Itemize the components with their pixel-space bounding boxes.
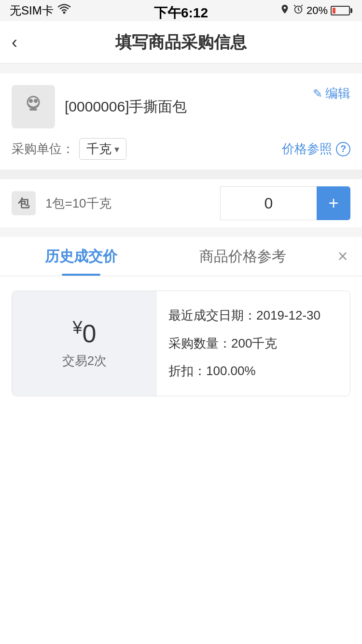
history-price-summary: ¥0 交易2次 xyxy=(12,291,157,396)
tab-section: 历史成交价 商品价格参考 × ¥0 交易2次 最近成交日期：2019-12-30… xyxy=(0,237,362,411)
status-time: 下午6:12 xyxy=(154,4,208,22)
price-ref-button[interactable]: 价格参照 ? xyxy=(282,140,350,157)
tab-history-price[interactable]: 历史成交价 xyxy=(0,237,162,276)
purchase-qty-row: 采购数量：200千克 xyxy=(168,334,338,354)
unit-value: 千克 xyxy=(86,140,111,157)
product-section: [0000006]手撕面包 ✎ 编辑 采购单位： 千克 ▾ 价格参照 ? xyxy=(0,73,362,169)
tab-close-button[interactable]: × xyxy=(323,237,362,276)
svg-point-3 xyxy=(28,97,39,108)
wifi-icon xyxy=(57,4,71,17)
product-name: [0000006]手撕面包 xyxy=(65,97,187,117)
status-left: 无SIM卡 xyxy=(10,3,71,18)
status-bar: 无SIM卡 下午6:12 20% xyxy=(0,0,362,21)
history-details: 最近成交日期：2019-12-30 采购数量：200千克 折扣：100.00% xyxy=(157,291,350,396)
history-price-value: ¥0 xyxy=(73,318,97,348)
tab-content: ¥0 交易2次 最近成交日期：2019-12-30 采购数量：200千克 折扣：… xyxy=(0,276,362,411)
yen-symbol: ¥ xyxy=(73,318,83,337)
quantity-input[interactable] xyxy=(220,186,317,220)
price-ref-label: 价格参照 xyxy=(282,140,332,157)
recent-date-row: 最近成交日期：2019-12-30 xyxy=(168,306,338,326)
back-button[interactable]: ‹ xyxy=(12,34,17,51)
alarm-icon xyxy=(293,4,304,17)
battery-percent: 20% xyxy=(306,4,328,17)
section-divider xyxy=(0,169,362,179)
help-icon: ? xyxy=(336,142,350,156)
svg-point-0 xyxy=(63,12,65,14)
product-thumb-icon xyxy=(19,90,48,124)
unit-select[interactable]: 千克 ▾ xyxy=(79,138,126,160)
edit-icon: ✎ xyxy=(313,87,322,100)
history-trades-count: 交易2次 xyxy=(62,352,107,369)
edit-label: 编辑 xyxy=(325,85,350,102)
status-right: 20% xyxy=(279,4,352,17)
discount-value: 100.00% xyxy=(206,364,256,378)
unit-label: 采购单位： 千克 ▾ xyxy=(12,138,126,160)
tab-header: 历史成交价 商品价格参考 × xyxy=(0,237,362,276)
page-title: 填写商品采购信息 xyxy=(115,31,247,54)
quantity-row: 包 1包=10千克 + xyxy=(0,179,362,227)
svg-point-5 xyxy=(34,99,38,103)
discount-label: 折扣： xyxy=(168,364,206,378)
svg-point-4 xyxy=(29,99,33,103)
product-unit-row: 采购单位： 千克 ▾ 价格参照 ? xyxy=(12,138,350,160)
nav-bar: ‹ 填写商品采购信息 xyxy=(0,21,362,64)
product-left: [0000006]手撕面包 xyxy=(12,85,187,128)
purchase-qty-label: 采购数量： xyxy=(168,336,231,350)
bottom-area xyxy=(0,411,362,644)
recent-date-label: 最近成交日期： xyxy=(168,308,256,322)
svg-rect-6 xyxy=(29,109,37,111)
recent-date-value: 2019-12-30 xyxy=(256,308,320,322)
quantity-unit-text: 1包=10千克 xyxy=(45,195,111,212)
discount-row: 折扣：100.00% xyxy=(168,361,338,381)
product-header: [0000006]手撕面包 ✎ 编辑 xyxy=(12,85,350,128)
location-icon xyxy=(279,4,290,17)
purchase-qty-value: 200千克 xyxy=(231,336,277,350)
dropdown-arrow-icon: ▾ xyxy=(114,143,119,155)
history-card: ¥0 交易2次 最近成交日期：2019-12-30 采购数量：200千克 折扣：… xyxy=(12,291,350,396)
tab-product-price-ref[interactable]: 商品价格参考 xyxy=(162,237,323,276)
quantity-unit-icon: 包 xyxy=(12,191,36,215)
svg-point-1 xyxy=(284,7,286,9)
product-thumbnail xyxy=(12,85,55,128)
carrier-label: 无SIM卡 xyxy=(10,3,54,18)
battery-icon xyxy=(331,6,352,15)
quantity-input-wrap: + xyxy=(220,186,350,220)
quantity-plus-button[interactable]: + xyxy=(317,186,350,220)
edit-button[interactable]: ✎ 编辑 xyxy=(313,85,350,102)
